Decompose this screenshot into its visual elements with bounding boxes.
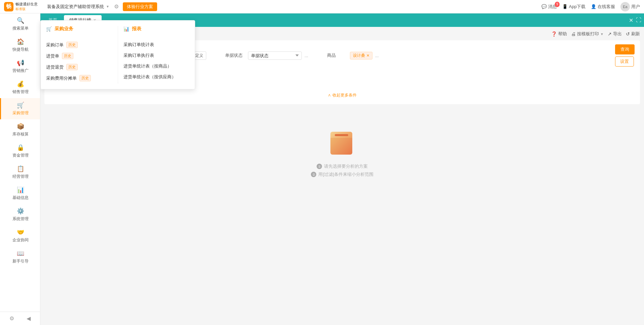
empty-tip-2: ② 用[过滤]条件来缩小分析范围	[311, 171, 373, 177]
menu-item-purchase-order-stat[interactable]: 采购订单统计表	[123, 39, 190, 50]
settings-button[interactable]: 设置	[615, 56, 634, 67]
purchase-header-icon: 🛒	[46, 26, 52, 32]
search-icon: 🔍	[17, 17, 24, 24]
sidebar-label: 企业协同	[12, 237, 29, 243]
print-button[interactable]: 🖨 按模板打印 ▼	[571, 31, 604, 37]
logo: 畅 畅捷通好生意 标准版	[4, 2, 44, 11]
goods-label: 商品	[327, 52, 347, 58]
menu-item-incoming-stat-by-supplier[interactable]: 进货单统计表（按供应商）	[123, 72, 190, 82]
dropdown-report-header: 📊 报表	[123, 26, 190, 35]
query-button[interactable]: 查询	[615, 44, 635, 54]
top-bar: 畅 畅捷通好生意 标准版 装备及固定资产辅助管理系统 ▼ ⚙ 体验行业方案 💬 …	[0, 0, 644, 13]
sidebar-label: 营销推广	[12, 68, 29, 74]
menu-label: 进货单统计表（按供应商）	[123, 74, 176, 80]
sidebar-item-enterprise[interactable]: 🤝 企业协同	[0, 225, 40, 246]
help-button[interactable]: ❓ 帮助	[551, 31, 567, 37]
sidebar-label: 系统管理	[12, 216, 29, 222]
print-dropdown-arrow[interactable]: ▼	[600, 32, 604, 36]
message-icon: 💬	[541, 4, 547, 9]
tab-expand-button[interactable]: ⛶	[636, 17, 641, 23]
print-icon: 🖨	[571, 31, 576, 37]
bullet-2: ②	[311, 172, 316, 177]
menu-label: 进货单	[46, 53, 59, 59]
sidebar-label: 采购管理	[12, 110, 29, 116]
cart-icon: 🛒	[17, 101, 24, 109]
menu-item-purchase-order[interactable]: 采购订单 历史	[46, 39, 112, 50]
history-badge: 历史	[62, 53, 73, 59]
message-badge: 9	[555, 2, 560, 7]
menu-label: 采购订单统计表	[123, 42, 154, 48]
help-icon: ❓	[551, 31, 557, 37]
goods-cell: 商品 设计桑 ✕ ...	[327, 52, 379, 59]
logo-tag: 标准版	[15, 7, 38, 11]
gear-icon[interactable]: ⚙	[114, 3, 119, 10]
title-dropdown-arrow[interactable]: ▼	[106, 5, 109, 8]
history-badge: 历史	[66, 42, 78, 48]
lock-icon: 🔒	[17, 144, 24, 151]
tab-close-all-button[interactable]: ✕	[629, 17, 633, 24]
sidebar-item-guide[interactable]: 📖 新手引导	[0, 246, 40, 268]
menu-item-purchase-order-exec[interactable]: 采购订单执行表	[123, 50, 190, 61]
sidebar-label: 基础信息	[12, 195, 29, 201]
empty-tip-1: ① 请先选择要分析的方案	[317, 163, 368, 169]
sidebar-item-purchase[interactable]: 🛒 采购管理	[0, 98, 40, 119]
goods-tag-close[interactable]: ✕	[366, 53, 369, 58]
message-button[interactable]: 💬 9 消息	[541, 4, 557, 10]
online-service-button[interactable]: 👤 在线客服	[591, 4, 615, 10]
top-bar-right: 💬 9 消息 📱 App下载 👤 在线客服 Ea 用户	[541, 2, 640, 11]
voucher-status-select[interactable]: 单据状态	[248, 51, 302, 60]
service-icon: 👤	[591, 4, 596, 9]
voucher-status-label: 单据状态	[225, 52, 245, 58]
query-panel: 查询 设置	[615, 44, 635, 67]
sidebar-item-search[interactable]: 🔍 搜索菜单	[0, 13, 40, 35]
sidebar-item-finance[interactable]: 🔒 资金管理	[0, 140, 40, 162]
sidebar-bottom: ⚙ ◀	[0, 312, 40, 325]
menu-item-purchase-cost[interactable]: 采购费用分摊单 历史	[46, 73, 112, 84]
goods-more-dots[interactable]: ...	[375, 53, 379, 58]
empty-state: ① 请先选择要分析的方案 ② 用[过滤]条件来缩小分析范围	[44, 104, 640, 206]
dropdown-report-col: 📊 报表 采购订单统计表 采购订单执行表 进货单统计表（按商品） 进货单统计表（…	[123, 26, 190, 84]
export-button[interactable]: ↗ 导出	[608, 31, 622, 37]
sidebar-item-inventory[interactable]: 📦 库存核算	[0, 119, 40, 140]
megaphone-icon: 📢	[17, 59, 24, 67]
sidebar-label: 快捷导航	[12, 47, 29, 52]
sidebar-label: 经营管理	[12, 174, 29, 179]
sidebar-collapse-button[interactable]: ◀	[27, 315, 31, 322]
user-button[interactable]: Ea 用户	[620, 2, 640, 11]
sidebar-item-marketing[interactable]: 📢 营销推广	[0, 56, 40, 77]
sidebar-label: 资金管理	[12, 153, 29, 158]
menu-label: 进货单统计表（按商品）	[123, 63, 172, 69]
sidebar-item-quick-nav[interactable]: 🏠 快捷导航	[0, 35, 40, 56]
voucher-more-dots[interactable]: ...	[305, 53, 308, 58]
history-badge: 历史	[66, 64, 78, 70]
sidebar: 🔍 搜索菜单 🏠 快捷导航 📢 营销推广 💰 销售管理 🛒 采购管理 📦 库存核…	[0, 13, 40, 325]
gear-icon: ⚙️	[17, 207, 24, 215]
industry-button[interactable]: 体验行业方案	[123, 2, 157, 11]
sidebar-item-system[interactable]: ⚙️ 系统管理	[0, 204, 40, 225]
menu-label: 进货退货	[46, 64, 64, 70]
refresh-button[interactable]: ↺ 刷新	[626, 31, 640, 37]
money-icon: 💰	[17, 80, 24, 88]
menu-item-incoming-stat-by-goods[interactable]: 进货单统计表（按商品）	[123, 61, 190, 72]
tab-bar-actions: ✕ ⛶	[629, 17, 641, 24]
sidebar-label: 销售管理	[12, 89, 29, 95]
collapse-bar[interactable]: ∧ 收起更多条件	[50, 91, 635, 100]
home-icon: 🏠	[17, 38, 24, 45]
voucher-status-cell: 单据状态 单据状态 ...	[225, 51, 308, 60]
report-header-icon: 📊	[123, 26, 129, 32]
menu-item-incoming[interactable]: 进货单 历史	[46, 50, 112, 62]
menu-label: 采购费用分摊单	[46, 75, 77, 81]
history-badge: 历史	[79, 75, 91, 81]
phone-icon: 📱	[562, 4, 568, 9]
menu-label: 采购订单	[46, 42, 64, 48]
sidebar-settings-button[interactable]: ⚙	[9, 315, 14, 322]
menu-item-incoming-return[interactable]: 进货退货 历史	[46, 62, 112, 73]
dropdown-divider	[118, 26, 118, 84]
logo-line1: 畅捷通好生意	[15, 2, 38, 7]
sidebar-item-operations[interactable]: 📋 经营管理	[0, 162, 40, 183]
clipboard-icon: 📋	[17, 165, 24, 172]
app-download-button[interactable]: 📱 App下载	[562, 4, 585, 10]
sidebar-item-sales[interactable]: 💰 销售管理	[0, 77, 40, 98]
sidebar-item-basic-info[interactable]: 📊 基础信息	[0, 183, 40, 204]
sidebar-label: 库存核算	[12, 131, 29, 137]
